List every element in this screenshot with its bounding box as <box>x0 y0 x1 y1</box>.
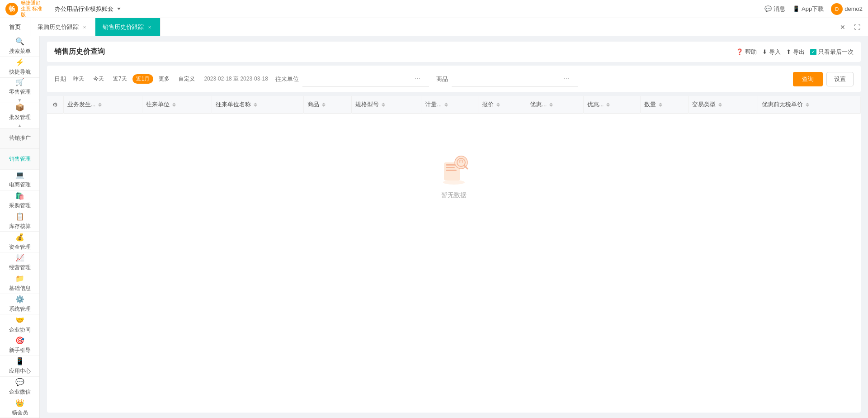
close-purchase-tab[interactable]: × <box>81 24 88 30</box>
inventory-icon: 📋 <box>15 212 24 221</box>
svg-point-0 <box>443 180 465 185</box>
sidebar-item-member[interactable]: 👑 畅会员 <box>0 397 39 418</box>
header-left: 畅 畅捷通好生意 标准版 办公用品行业模拟账套 <box>5 0 121 18</box>
sidebar-item-enterprise[interactable]: 🤝 企业协同 <box>0 314 39 335</box>
date-chip-more[interactable]: 更多 <box>155 74 173 84</box>
sort-down-icon <box>806 105 809 107</box>
date-chip-yesterday[interactable]: 昨天 <box>70 74 88 84</box>
sort-arrows-discount2 <box>606 103 610 107</box>
help-btn[interactable]: ❓ 帮助 <box>736 48 757 56</box>
sort-arrows-partner-code <box>172 103 176 107</box>
tab-home[interactable]: 首页 <box>0 18 30 36</box>
sidebar: 🔍 搜索菜单 ⚡ 快捷导航 🛒 零售管理 ▼ 📦 批发管理 ▲ 营销推广 销售管… <box>0 36 40 418</box>
checkbox-icon <box>810 49 816 55</box>
table-col-price[interactable]: 报价 <box>478 96 526 114</box>
sort-arrows-pretax-price <box>806 103 809 107</box>
partner-input-dots[interactable]: ··· <box>415 75 420 83</box>
table-col-quantity[interactable]: 数量 <box>640 96 688 114</box>
sort-down-icon <box>496 105 500 107</box>
app-download-btn[interactable]: 📱 App下载 <box>793 5 824 13</box>
page-title: 销售历史价查询 <box>54 47 105 57</box>
quick-nav-icon: ⚡ <box>15 58 24 66</box>
query-button[interactable]: 查询 <box>793 72 823 86</box>
date-chip-custom[interactable]: 自定义 <box>175 74 198 84</box>
close-sales-tab[interactable]: × <box>146 24 153 30</box>
maximize-btn[interactable]: ⛶ <box>852 22 863 33</box>
page-title-bar: 销售历史价查询 ❓ 帮助 ⬇ 导入 ⬆ 导出 <box>47 42 861 62</box>
gear-icon: ⚙ <box>52 101 58 108</box>
data-table: ⚙ 业务发生... <box>47 96 861 236</box>
sort-down-icon <box>718 105 722 107</box>
sort-arrows-product <box>322 103 326 107</box>
product-input-dots[interactable]: ··· <box>564 75 570 83</box>
biz-mgmt-icon: 📈 <box>15 253 24 262</box>
table-col-trade-type[interactable]: 交易类型 <box>688 96 758 114</box>
partner-input[interactable] <box>306 72 415 86</box>
app-center-icon: 📱 <box>15 357 24 366</box>
tab-purchase[interactable]: 采购历史价跟踪 × <box>30 18 95 36</box>
table-col-unit[interactable]: 计量... <box>421 96 478 114</box>
product-filter-group: 商品 ··· <box>436 71 578 87</box>
filter-actions: 查询 设置 <box>793 72 854 86</box>
table-col-partner-code[interactable]: 往来单位 <box>142 96 212 114</box>
table-container: ⚙ 业务发生... <box>47 96 861 413</box>
date-chip-1month[interactable]: 近1月 <box>132 74 154 84</box>
message-btn[interactable]: 💬 消息 <box>764 5 785 13</box>
top-header: 畅 畅捷通好生意 标准版 办公用品行业模拟账套 💬 消息 📱 App下载 D d… <box>0 0 868 18</box>
date-chip-today[interactable]: 今天 <box>90 74 108 84</box>
sidebar-item-retail[interactable]: 🛒 零售管理 ▼ <box>0 78 39 103</box>
table-col-settings[interactable]: ⚙ <box>47 96 63 114</box>
sidebar-item-marketing[interactable]: 营销推广 <box>0 128 39 149</box>
sidebar-item-finance[interactable]: 💰 资金管理 <box>0 232 39 252</box>
table-col-discount2[interactable]: 优惠... <box>583 96 640 114</box>
sidebar-item-sales-mgmt[interactable]: 销售管理 <box>0 149 39 170</box>
export-btn[interactable]: ⬆ 导出 <box>786 48 805 56</box>
sidebar-item-app-center[interactable]: 📱 应用中心 <box>0 356 39 377</box>
sidebar-item-newbie[interactable]: 🎯 新手引导 <box>0 335 39 356</box>
table-col-pretax-price[interactable]: 优惠前无税单价 <box>758 96 861 114</box>
product-input[interactable] <box>455 72 564 86</box>
member-icon: 👑 <box>15 399 24 407</box>
sidebar-item-purchase-mgmt[interactable]: 🛍️ 采购管理 <box>0 190 39 211</box>
sidebar-item-quick-nav[interactable]: ⚡ 快捷导航 <box>0 57 39 78</box>
wechat-icon: 💬 <box>15 378 24 386</box>
sort-up-icon <box>382 103 385 104</box>
app-selector[interactable]: 办公用品行业模拟账套 <box>49 5 121 13</box>
sort-arrows-trade-type <box>718 103 722 107</box>
empty-text: 暂无数据 <box>441 191 467 200</box>
close-tab-btn[interactable]: ✕ <box>837 22 848 33</box>
only-last-checkbox[interactable]: 只看最后一次 <box>810 48 854 56</box>
sidebar-item-inventory[interactable]: 📋 库存核算 <box>0 211 39 232</box>
table-col-product[interactable]: 商品 <box>304 96 352 114</box>
sidebar-item-basic-info[interactable]: 📁 基础信息 <box>0 273 39 294</box>
message-icon: 💬 <box>764 5 772 12</box>
wholesale-sub-indicator: ▲ <box>18 123 22 128</box>
table-col-partner-name[interactable]: 往来单位名称 <box>212 96 304 114</box>
sort-down-icon <box>98 105 102 107</box>
sidebar-item-system[interactable]: ⚙️ 系统管理 <box>0 294 39 315</box>
sidebar-item-wechat[interactable]: 💬 企业微信 <box>0 377 39 398</box>
logo-text: 畅捷通好生意 标准版 <box>21 0 43 18</box>
newbie-icon: 🎯 <box>15 336 24 345</box>
sidebar-item-wholesale[interactable]: 📦 批发管理 ▲ <box>0 103 39 128</box>
date-label: 日期 <box>54 75 66 83</box>
import-btn[interactable]: ⬇ 导入 <box>762 48 781 56</box>
content-area: 销售历史价查询 ❓ 帮助 ⬇ 导入 ⬆ 导出 <box>40 36 868 418</box>
sidebar-item-ecom[interactable]: 💻 电商管理 <box>0 170 39 190</box>
sort-up-icon <box>444 103 448 104</box>
sidebar-item-biz-mgmt[interactable]: 📈 经营管理 <box>0 252 39 273</box>
tab-sales[interactable]: 销售历史价跟踪 × <box>95 18 160 36</box>
sidebar-item-search-menu[interactable]: 🔍 搜索菜单 <box>0 36 39 57</box>
sort-up-icon <box>254 103 257 104</box>
download-icon: 📱 <box>793 5 800 12</box>
user-menu[interactable]: D demo2 <box>831 3 863 15</box>
date-filter-group: 日期 昨天 今天 近7天 近1月 更多 自定义 2023-02-18 至 202… <box>54 74 268 84</box>
date-chip-7days[interactable]: 近7天 <box>109 74 131 84</box>
settings-button[interactable]: 设置 <box>826 72 854 86</box>
table-col-discount1[interactable]: 优惠... <box>526 96 583 114</box>
sort-down-icon <box>254 105 257 107</box>
table-col-spec[interactable]: 规格型号 <box>351 96 421 114</box>
tab-bar: 首页 采购历史价跟踪 × 销售历史价跟踪 × ✕ ⛶ <box>0 18 868 36</box>
sort-up-icon <box>496 103 500 104</box>
table-col-biz-date[interactable]: 业务发生... <box>63 96 142 114</box>
